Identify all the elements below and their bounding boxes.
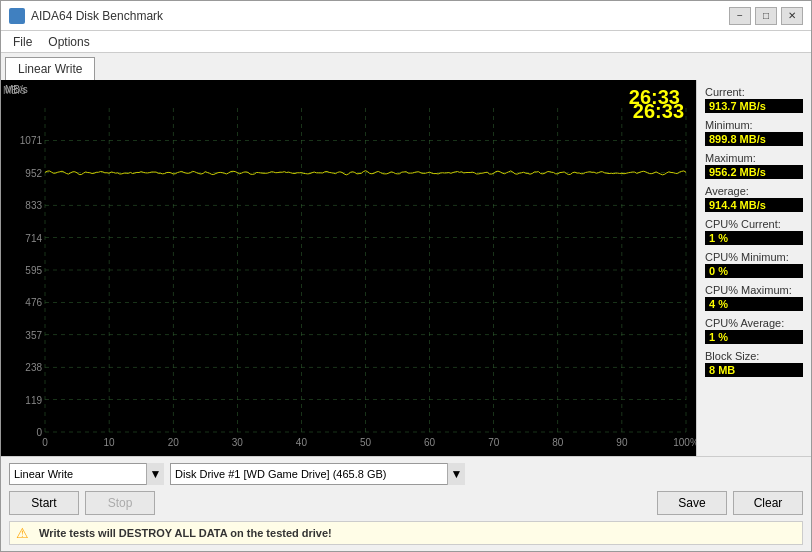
maximize-button[interactable]: □ bbox=[755, 7, 777, 25]
minimum-value: 899.8 MB/s bbox=[705, 132, 803, 146]
start-button[interactable]: Start bbox=[9, 491, 79, 515]
cpu-average-label: CPU% Average: bbox=[705, 317, 803, 329]
minimum-stat: Minimum: 899.8 MB/s bbox=[705, 119, 803, 146]
window-controls: − □ ✕ bbox=[729, 7, 803, 25]
maximum-stat: Maximum: 956.2 MB/s bbox=[705, 152, 803, 179]
warning-bar: ⚠ Write tests will DESTROY ALL DATA on t… bbox=[9, 521, 803, 545]
drive-dropdown-wrapper[interactable]: Disk Drive #1 [WD Game Drive] (465.8 GB)… bbox=[170, 463, 465, 485]
controls-row1: Linear Write ▼ Disk Drive #1 [WD Game Dr… bbox=[9, 463, 803, 485]
timer-display: 26:33 bbox=[629, 86, 680, 109]
menu-file[interactable]: File bbox=[5, 33, 40, 51]
warning-text: Write tests will DESTROY ALL DATA on the… bbox=[39, 527, 332, 539]
mb-label: MB/s bbox=[5, 84, 28, 95]
sidebar: Current: 913.7 MB/s Minimum: 899.8 MB/s … bbox=[696, 80, 811, 456]
cpu-current-value: 1 % bbox=[705, 231, 803, 245]
cpu-minimum-label: CPU% Minimum: bbox=[705, 251, 803, 263]
content-area: MB/s 26:33 Current: 913.7 MB/s Minimum: … bbox=[1, 80, 811, 456]
cpu-minimum-stat: CPU% Minimum: 0 % bbox=[705, 251, 803, 278]
current-label: Current: bbox=[705, 86, 803, 98]
menu-bar: File Options bbox=[1, 31, 811, 53]
minimum-label: Minimum: bbox=[705, 119, 803, 131]
warning-icon: ⚠ bbox=[16, 525, 29, 541]
chart-area: MB/s 26:33 bbox=[1, 80, 696, 456]
title-bar: AIDA64 Disk Benchmark − □ ✕ bbox=[1, 1, 811, 31]
stop-button[interactable]: Stop bbox=[85, 491, 155, 515]
cpu-maximum-stat: CPU% Maximum: 4 % bbox=[705, 284, 803, 311]
minimize-button[interactable]: − bbox=[729, 7, 751, 25]
cpu-current-stat: CPU% Current: 1 % bbox=[705, 218, 803, 245]
block-size-value: 8 MB bbox=[705, 363, 803, 377]
cpu-current-label: CPU% Current: bbox=[705, 218, 803, 230]
main-window: AIDA64 Disk Benchmark − □ ✕ File Options… bbox=[0, 0, 812, 552]
close-button[interactable]: ✕ bbox=[781, 7, 803, 25]
cpu-minimum-value: 0 % bbox=[705, 264, 803, 278]
average-stat: Average: 914.4 MB/s bbox=[705, 185, 803, 212]
average-label: Average: bbox=[705, 185, 803, 197]
cpu-maximum-label: CPU% Maximum: bbox=[705, 284, 803, 296]
clear-button[interactable]: Clear bbox=[733, 491, 803, 515]
benchmark-chart bbox=[1, 80, 696, 456]
maximum-value: 956.2 MB/s bbox=[705, 165, 803, 179]
app-icon bbox=[9, 8, 25, 24]
benchmark-select[interactable]: Linear Write bbox=[9, 463, 164, 485]
menu-options[interactable]: Options bbox=[40, 33, 97, 51]
block-size-stat: Block Size: 8 MB bbox=[705, 350, 803, 377]
maximum-label: Maximum: bbox=[705, 152, 803, 164]
bottom-controls: Linear Write ▼ Disk Drive #1 [WD Game Dr… bbox=[1, 456, 811, 551]
current-value: 913.7 MB/s bbox=[705, 99, 803, 113]
controls-row2: Start Stop Save Clear bbox=[9, 491, 803, 515]
window-title: AIDA64 Disk Benchmark bbox=[31, 9, 729, 23]
block-size-label: Block Size: bbox=[705, 350, 803, 362]
cpu-average-value: 1 % bbox=[705, 330, 803, 344]
current-stat: Current: 913.7 MB/s bbox=[705, 86, 803, 113]
average-value: 914.4 MB/s bbox=[705, 198, 803, 212]
cpu-average-stat: CPU% Average: 1 % bbox=[705, 317, 803, 344]
cpu-maximum-value: 4 % bbox=[705, 297, 803, 311]
benchmark-dropdown-wrapper[interactable]: Linear Write ▼ bbox=[9, 463, 164, 485]
tab-linear-write[interactable]: Linear Write bbox=[5, 57, 95, 80]
tab-bar: Linear Write bbox=[1, 53, 811, 80]
drive-select[interactable]: Disk Drive #1 [WD Game Drive] (465.8 GB) bbox=[170, 463, 465, 485]
save-button[interactable]: Save bbox=[657, 491, 727, 515]
